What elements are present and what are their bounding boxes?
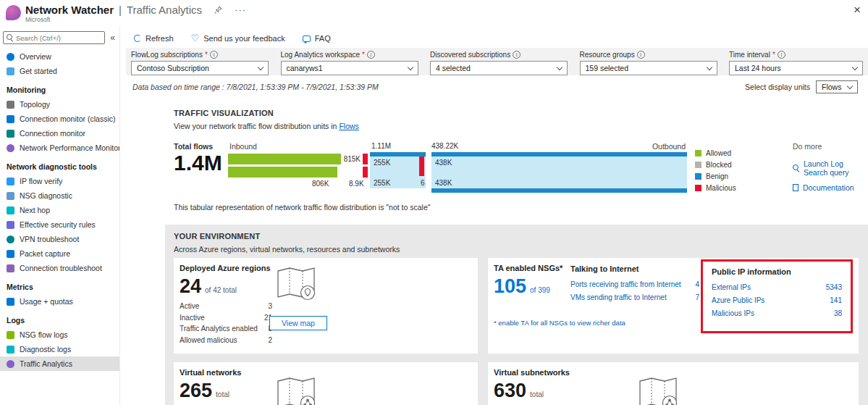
- launch-log-search-link[interactable]: Launch Log Search query: [793, 159, 868, 177]
- sidebar-item-nsg-diagnostic[interactable]: NSG diagnostic: [0, 188, 119, 203]
- regions-count: 24: [180, 275, 201, 297]
- vms-sending-row[interactable]: VMs sending traffic to Internet7: [570, 293, 699, 301]
- sidebar-item-overview[interactable]: Overview: [0, 49, 119, 64]
- vpn-troubleshoot-icon: [7, 235, 14, 243]
- deployed-regions-card: Deployed Azure regions 24of 42 total Act…: [174, 258, 478, 354]
- sidebar-item-get-started[interactable]: Get started: [0, 64, 119, 78]
- ip-flow-verify-icon: [7, 178, 14, 185]
- chevron-down-icon: [852, 64, 858, 70]
- sidebar-item-label: Packet capture: [20, 249, 70, 258]
- refresh-button[interactable]: Refresh: [134, 34, 174, 43]
- filter-label: FlowLog subscriptions: [131, 51, 203, 59]
- search-query-icon: [793, 164, 799, 172]
- sidebar-item-traffic-analytics[interactable]: Traffic Analytics: [0, 356, 119, 371]
- network-watcher-icon: [6, 5, 21, 20]
- view-map-button[interactable]: View map: [269, 316, 327, 330]
- sidebar-item-label: NSG diagnostic: [20, 191, 72, 200]
- documentation-link[interactable]: Documentation: [793, 183, 868, 192]
- nsg-internet-publicip-card: TA enabled NSGs* 105of 399 * enable TA f…: [488, 258, 859, 354]
- sidebar-item-connection-troubleshoot[interactable]: Connection troubleshoot: [0, 261, 119, 275]
- time-range-text: Data based on time range : 7/8/2021, 1:5…: [132, 83, 379, 91]
- sidebar-item-label: Traffic Analytics: [20, 359, 72, 368]
- dropdown-value: 4 selected: [436, 64, 471, 72]
- log-analytics-workspace-dropdown[interactable]: canaryws1: [281, 61, 418, 75]
- effective-security-rules-icon: [7, 221, 14, 229]
- sidebar-collapse-button[interactable]: «: [108, 33, 117, 43]
- search-input[interactable]: [16, 34, 101, 42]
- public-ip-annotation-highlight: Public IP information External IPs5343 A…: [701, 259, 853, 333]
- info-icon[interactable]: [210, 51, 218, 59]
- close-icon[interactable]: ×: [854, 4, 861, 16]
- traffic-analytics-icon: [7, 360, 14, 368]
- info-icon[interactable]: [637, 51, 645, 59]
- sidebar-item-topology[interactable]: Topology: [0, 97, 119, 112]
- stat-label: Traffic Analytics enabled: [180, 325, 268, 333]
- sidebar-item-diagnostic-logs[interactable]: Diagnostic logs: [0, 342, 119, 356]
- total-flows-label: Total flows: [174, 142, 213, 151]
- filter-bar: FlowLog subscriptions* Contoso Subscript…: [126, 48, 868, 75]
- feedback-heart-icon: [191, 34, 200, 43]
- inbound-bottom-value: 806K: [312, 180, 329, 188]
- sidebar-item-label: Topology: [20, 100, 50, 109]
- card-title: Public IP information: [712, 267, 842, 276]
- chevron-down-icon: [847, 83, 853, 88]
- sidebar-item-usage-quotas[interactable]: Usage + quotas: [0, 294, 119, 309]
- row-value: 7: [695, 293, 699, 301]
- malicious-ips-row[interactable]: Malicious IPs38: [712, 309, 842, 317]
- sidebar-item-label: VPN troubleshoot: [20, 235, 79, 243]
- external-ips-row[interactable]: External IPs5343: [712, 283, 842, 291]
- info-icon[interactable]: [513, 51, 521, 59]
- title-block: Network Watcher | Traffic Analytics ··· …: [25, 4, 246, 23]
- faq-button[interactable]: FAQ: [303, 34, 331, 43]
- sidebar-item-vpn-troubleshoot[interactable]: VPN troubleshoot: [0, 232, 119, 246]
- more-icon[interactable]: ···: [235, 4, 246, 15]
- sidebar-item-effective-security-rules[interactable]: Effective security rules: [0, 217, 119, 232]
- network-map-icon: [275, 375, 317, 405]
- feedback-button[interactable]: Send us your feedback: [191, 34, 285, 43]
- stat-row-active: Active3: [180, 302, 272, 310]
- main-content: Refresh Send us your feedback FAQ FlowLo…: [120, 26, 868, 405]
- ports-receiving-row[interactable]: Ports receiving traffic from Internet4: [570, 280, 699, 288]
- do-more-title: Do more: [793, 142, 868, 151]
- packet-capture-icon: [7, 250, 14, 258]
- sidebar-item-ip-flow-verify[interactable]: IP flow verify: [0, 174, 119, 188]
- info-icon[interactable]: [778, 51, 785, 59]
- sidebar-item-packet-capture[interactable]: Packet capture: [0, 246, 119, 261]
- feedback-label: Send us your feedback: [203, 34, 285, 43]
- pin-icon[interactable]: [214, 6, 222, 14]
- section-subtitle: View your network traffic flow distribut…: [174, 122, 359, 130]
- time-interval-dropdown[interactable]: Last 24 hours: [729, 61, 863, 75]
- nsg-bottom-value: 255K: [374, 179, 390, 187]
- filter-label: Time interval: [729, 51, 770, 59]
- resource-groups-dropdown[interactable]: 159 selected: [580, 61, 717, 75]
- chevron-down-icon: [407, 64, 413, 70]
- sidebar-item-network-performance-monitor[interactable]: Network Performance Monitor: [0, 141, 119, 155]
- display-units-dropdown[interactable]: Flows: [816, 80, 858, 93]
- sidebar-section-metrics: Metrics: [0, 275, 119, 294]
- filter-log-analytics-workspace: Log Analytics workspace* canaryws1: [281, 51, 418, 75]
- azure-public-ips-row[interactable]: Azure Public IPs141: [712, 296, 842, 304]
- required-asterisk: *: [205, 51, 208, 59]
- talking-to-internet-block: Talking to Internet Ports receiving traf…: [570, 264, 699, 306]
- search-box[interactable]: [3, 31, 105, 44]
- link-label: Documentation: [803, 183, 854, 192]
- total-flows-value: 1.4M: [174, 151, 222, 175]
- sidebar-item-connection-monitor-classic[interactable]: Connection monitor (classic): [0, 112, 119, 126]
- connection-monitor-icon: [7, 130, 14, 138]
- sidebar-item-label: Get started: [20, 67, 57, 75]
- sidebar-item-label: Overview: [20, 52, 51, 61]
- row-label: VMs sending traffic to Internet: [570, 293, 667, 301]
- info-icon[interactable]: [367, 51, 375, 59]
- section-title: YOUR ENVIRONMENT: [174, 232, 260, 241]
- sidebar-item-connection-monitor[interactable]: Connection monitor: [0, 126, 119, 141]
- sidebar-item-label: Effective security rules: [20, 220, 96, 229]
- filter-label: Resource groups: [580, 51, 635, 59]
- command-bar: Refresh Send us your feedback FAQ: [134, 32, 331, 45]
- sidebar-item-next-hop[interactable]: Next hop: [0, 203, 119, 217]
- nsgs-suffix: of 399: [530, 286, 550, 294]
- org-subtitle: Microsoft: [25, 16, 246, 23]
- flows-link[interactable]: Flows: [339, 122, 358, 130]
- discovered-subscriptions-dropdown[interactable]: 4 selected: [430, 61, 568, 75]
- sidebar-item-nsg-flow-logs[interactable]: NSG flow logs: [0, 327, 119, 342]
- flowlog-subscriptions-dropdown[interactable]: Contoso Subscription: [131, 61, 269, 75]
